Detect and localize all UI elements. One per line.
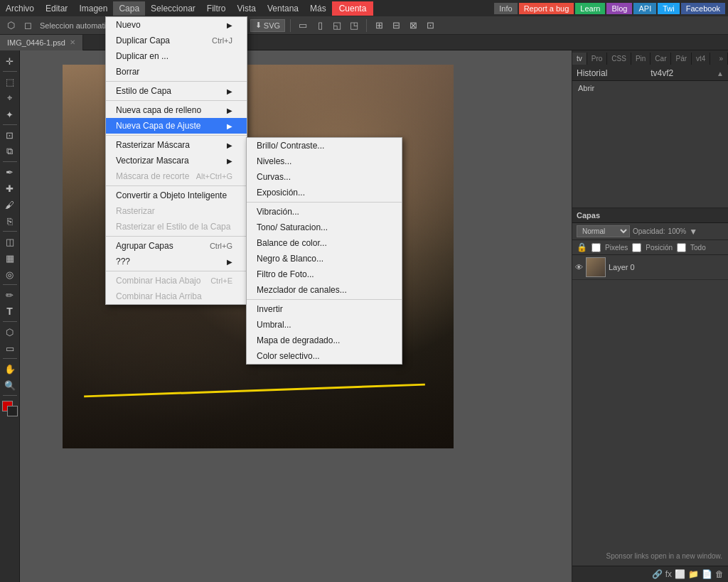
- rp-tab-vt4[interactable]: vt4: [692, 53, 710, 65]
- rp-tab-css[interactable]: CSS: [607, 53, 631, 65]
- eyedropper-tool[interactable]: ✒: [1, 164, 18, 180]
- menu-seleccionar[interactable]: Seleccionar: [145, 1, 201, 16]
- submenu-curvas[interactable]: Curvas...: [247, 169, 402, 185]
- move-tool[interactable]: ✛: [1, 53, 18, 69]
- gradient-tool[interactable]: ▦: [1, 250, 18, 266]
- menu-editar[interactable]: Editar: [40, 1, 73, 16]
- blend-mode-select[interactable]: Normal: [577, 225, 630, 237]
- menu-cuenta[interactable]: Cuenta: [332, 1, 374, 16]
- resize-icon-4[interactable]: ◳: [347, 18, 361, 33]
- background-color[interactable]: [7, 406, 18, 416]
- fx-icon[interactable]: fx: [665, 569, 672, 579]
- lasso-tool[interactable]: ⌖: [1, 90, 18, 106]
- facebook-button[interactable]: Facebook: [681, 3, 725, 14]
- zoom-tool[interactable]: 🔍: [1, 377, 18, 393]
- trash-icon[interactable]: 🗑: [715, 569, 724, 579]
- submenu-filtro-foto[interactable]: Filtro de Foto...: [247, 266, 402, 282]
- menu-nuevo[interactable]: Nuevo ▶: [106, 17, 247, 33]
- hand-tool[interactable]: ✋: [1, 361, 18, 377]
- submenu-umbral[interactable]: Umbral...: [247, 317, 402, 333]
- menu-borrar[interactable]: Borrar: [106, 64, 247, 80]
- menu-mas[interactable]: Más: [304, 1, 332, 16]
- todo-checkbox[interactable]: [677, 243, 686, 252]
- nueva-capa-ajuste-submenu[interactable]: Brillo/ Contraste... Niveles... Curvas..…: [246, 137, 402, 365]
- new-layer-icon[interactable]: 📄: [702, 569, 712, 579]
- panel-icon[interactable]: ⊞: [372, 18, 386, 33]
- blog-button[interactable]: Blog: [606, 3, 632, 14]
- learn-button[interactable]: Learn: [575, 3, 605, 14]
- menu-nueva-capa-ajuste[interactable]: Nueva Capa de Ajuste ▶: [106, 118, 247, 134]
- menu-duplicar-en[interactable]: Duplicar en ...: [106, 48, 247, 64]
- resize-icon-3[interactable]: ◱: [330, 18, 344, 33]
- menu-vista[interactable]: Vista: [231, 1, 261, 16]
- report-button[interactable]: Report a bug: [519, 3, 574, 14]
- crop-tool[interactable]: ⊡: [1, 127, 18, 143]
- menu-vectorizar-mascara[interactable]: Vectorizar Mascara ▶: [106, 153, 247, 168]
- position-checkbox[interactable]: [632, 243, 641, 252]
- menu-imagen[interactable]: Imagen: [73, 1, 113, 16]
- toolbar-icon-2[interactable]: ◻: [21, 18, 35, 33]
- submenu-tono[interactable]: Tono/ Saturacion...: [247, 220, 402, 235]
- toolbar-icon-1[interactable]: ⬡: [4, 18, 18, 33]
- menu-nueva-capa-relleno[interactable]: Nueva capa de relleno ▶: [106, 102, 247, 118]
- layout-icon-3[interactable]: ⊡: [423, 18, 437, 33]
- submenu-brillo[interactable]: Brillo/ Contraste...: [247, 138, 402, 153]
- submenu-mapa-degradado[interactable]: Mapa de degradado...: [247, 333, 402, 348]
- info-button[interactable]: Info: [494, 3, 517, 14]
- history-arrow[interactable]: ▲: [717, 70, 724, 77]
- submenu-mezclador[interactable]: Mezclador de canales...: [247, 282, 402, 298]
- link-icon[interactable]: 🔗: [652, 569, 663, 579]
- brush-tool[interactable]: 🖌: [1, 197, 18, 212]
- mask-icon[interactable]: ⬜: [675, 569, 685, 579]
- pen-tool[interactable]: ✏: [1, 287, 18, 303]
- rp-tab-car[interactable]: Car: [651, 53, 671, 65]
- menu-rasterizar-mascara[interactable]: Rasterizar Máscara ▶: [106, 137, 247, 153]
- submenu-invertir[interactable]: Invertir: [247, 301, 402, 317]
- rp-tab-par[interactable]: Pár: [671, 53, 692, 65]
- history-item-open[interactable]: Abrir: [572, 81, 728, 95]
- submenu-balance[interactable]: Balance de color...: [247, 235, 402, 251]
- tab-close-icon[interactable]: ✕: [70, 38, 75, 46]
- layout-icon-1[interactable]: ⊟: [389, 18, 403, 33]
- submenu-niveles[interactable]: Niveles...: [247, 153, 402, 169]
- svg-button[interactable]: ⬇ SVG: [250, 19, 285, 32]
- menu-estilo-capa[interactable]: Estilo de Capa ▶: [106, 83, 247, 99]
- opacity-arrow[interactable]: ▼: [689, 227, 697, 237]
- rp-tab-pro[interactable]: Pro: [587, 53, 608, 65]
- menu-convertir-objeto[interactable]: Convertir a Objeto Inteligente: [106, 188, 247, 203]
- resize-icon-2[interactable]: ▯: [313, 18, 327, 33]
- color-picker[interactable]: [2, 401, 18, 416]
- layout-icon-2[interactable]: ⊠: [406, 18, 420, 33]
- rp-tab-tv[interactable]: tv: [572, 53, 587, 65]
- menu-capa[interactable]: Capa: [113, 1, 145, 16]
- wand-tool[interactable]: ✦: [1, 107, 18, 122]
- menu-duplicar-capa[interactable]: Duplicar Capa Ctrl+J: [106, 33, 247, 48]
- menu-archivo[interactable]: Archivo: [0, 1, 40, 16]
- menu-agrupar-capas[interactable]: Agrupar Capas Ctrl+G: [106, 238, 247, 254]
- api-button[interactable]: API: [633, 3, 656, 14]
- slice-tool[interactable]: ⧉: [1, 144, 18, 159]
- submenu-negro[interactable]: Negro & Blanco...: [247, 251, 402, 266]
- shape-tool[interactable]: ▭: [1, 340, 18, 356]
- tab-img[interactable]: IMG_0446-1.psd ✕: [0, 35, 83, 50]
- rp-tab-pin[interactable]: Pin: [631, 53, 651, 65]
- pixels-checkbox[interactable]: [592, 243, 601, 252]
- text-tool[interactable]: T: [1, 303, 18, 319]
- twi-button[interactable]: Twi: [658, 3, 680, 14]
- submenu-vibracion[interactable]: Vibración...: [247, 204, 402, 220]
- menu-ventana[interactable]: Ventana: [262, 1, 304, 16]
- blur-tool[interactable]: ◎: [1, 266, 18, 282]
- capa-dropdown[interactable]: Nuevo ▶ Duplicar Capa Ctrl+J Duplicar en…: [105, 16, 247, 305]
- erase-tool[interactable]: ◫: [1, 234, 18, 249]
- layer-eye-icon[interactable]: 👁: [575, 263, 583, 271]
- rp-collapse-button[interactable]: »: [714, 53, 728, 65]
- folder-icon[interactable]: 📁: [688, 569, 699, 579]
- resize-icon-1[interactable]: ▭: [296, 18, 310, 33]
- submenu-color-selectivo[interactable]: Color selectivo...: [247, 348, 402, 364]
- submenu-exposicion[interactable]: Exposición...: [247, 185, 402, 200]
- layer-item-0[interactable]: 👁 Layer 0: [572, 255, 728, 280]
- select-tool[interactable]: ⬚: [1, 74, 18, 90]
- menu-qqq[interactable]: ??? ▶: [106, 254, 247, 269]
- heal-tool[interactable]: ✚: [1, 180, 18, 196]
- clone-tool[interactable]: ⎘: [1, 213, 18, 229]
